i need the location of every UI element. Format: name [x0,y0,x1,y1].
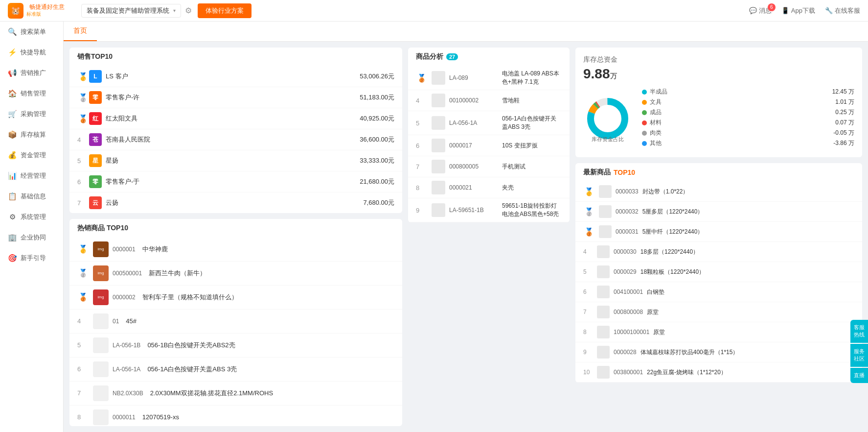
sales-rank-title: 商品分析 27 [408,48,570,66]
customer-row-1: 🥇 L LS 客户 53,006.26元 [69,66,402,87]
new-product-rank-1: 🥇 [583,187,595,196]
product-row-3: 🥉 img 0000002 智利车子里（规格不知道填什么） [69,286,402,310]
product-thumb-7 [93,385,109,401]
sidebar-item-basic-info[interactable]: 📋 基础信息 [0,186,63,207]
customer-row-7: 7 云 云扬 7,680.00元 [69,192,402,213]
customer-avatar-2: 零 [89,91,102,104]
product-thumb-1: img [93,241,109,257]
new-product-row-3: 🥉 0000031 5厘中纤（1220*2440） [575,222,862,242]
legend-item-4: 材料 0.07 万 [642,119,854,127]
legend-item-1: 半成品 12.45 万 [642,88,854,96]
customer-amount-4: 36,600.00元 [360,135,394,144]
new-product-row-2: 🥈 0000032 5厘多层（1220*2440） [575,202,862,222]
new-product-name-1: 封边带（1.0*22） [642,188,689,196]
sidebar-item-label: 经营管理 [21,171,46,180]
sidebar-item-marketing[interactable]: 📢 营销推广 [0,63,63,83]
sales-rank-row-4: 4 001000002 雪地鞋 [408,90,570,111]
sales-rank-badge: 27 [446,53,458,60]
hot-products-panel: 热销商品 TOP10 🥇 img 0000001 中华神鹿 🥈 img 0005… [69,219,402,426]
rank-medal-1: 🥇 [77,72,89,81]
float-btn-live[interactable]: 直播 [850,368,868,383]
product-name-6: 056-1A白色按键开关盖ABS 3壳 [147,365,237,374]
sales-rank-num-6: 6 [416,142,428,149]
sidebar-item-sales[interactable]: 🏠 销售管理 [0,83,63,104]
new-product-thumb-9 [597,346,610,359]
sidebar-item-system[interactable]: ⚙ 系统管理 [0,207,63,227]
sales-rank-thumb-4 [432,94,445,107]
app-download-button[interactable]: 📱 App下载 [781,6,815,15]
sidebar-item-enterprise[interactable]: 🏢 企业协同 [0,227,63,248]
product-thumb-4 [93,313,109,329]
product-row-5: 5 LA-056-1B 056-1B白色按键开关壳ABS2壳 [69,334,402,358]
sidebar-item-purchase[interactable]: 🛒 采购管理 [0,104,63,124]
customer-row-5: 5 星 星扬 33,333.00元 [69,150,402,171]
legend-item-2: 文具 1.01 万 [642,98,854,106]
new-product-thumb-10 [597,366,610,379]
product-row-7: 7 NB2.0X30B 2.0X30MM双搓花轴.搓花直径2.1MM/ROHS [69,382,402,406]
float-buttons: 客服热线 服务社区 直播 [850,320,868,383]
sidebar-item-label: 资金管理 [21,151,46,160]
finance-icon: 💰 [8,151,17,160]
float-btn-service[interactable]: 客服热线 [850,320,868,343]
new-product-thumb-6 [597,286,610,298]
new-product-code-3: 0000031 [616,228,639,235]
product-row-4: 4 01 45# [69,310,402,334]
product-row-8: 8 0000011 12070519-xs [69,406,402,426]
new-product-row-7: 7 000800008 原堂 [575,302,862,322]
customer-amount-6: 21,680.00元 [360,177,394,186]
new-product-name-6: 白钢垫 [647,288,664,296]
customer-avatar-6: 零 [89,175,102,188]
legend-value-1: 12.45 万 [832,88,854,96]
message-icon: 💬 [749,7,757,14]
customer-row-4: 4 苍 苍南县人民医院 36,600.00元 [69,129,402,150]
new-product-row-8: 8 10000100001 原堂 [575,322,862,342]
product-code-2: 000500001 [113,270,142,277]
inventory-panel: 库存总资金 9.88万 [575,48,862,157]
new-product-code-10: 003800001 [614,369,643,376]
new-product-rank-6: 6 [583,288,593,295]
new-product-name-5: 18颗粒板（1220*2440） [640,268,705,276]
search-icon: 🔍 [8,27,17,36]
legend-value-5: -0.05 万 [833,129,854,137]
new-product-name-2: 5厘多层（1220*2440） [642,208,704,216]
system-name: 装备及固定资产辅助管理系统 [87,6,169,15]
sidebar-item-label: 销售管理 [21,89,46,98]
settings-icon[interactable]: ⚙ [185,6,192,15]
logo-icon: 🐹 [8,3,23,19]
message-button[interactable]: 💬 消息 6 [749,6,772,15]
sales-rank-code-3: LA-089 [449,74,498,81]
trial-button[interactable]: 体验行业方案 [198,3,251,18]
legend-value-2: 1.01 万 [835,98,854,106]
new-product-rank-7: 7 [583,309,593,315]
phone-icon: 📱 [781,7,789,14]
legend-value-6: -3.86 万 [833,139,854,147]
service-icon: 🔧 [825,7,833,14]
float-btn-community[interactable]: 服务社区 [850,344,868,367]
message-badge: 6 [768,3,776,11]
online-service-button[interactable]: 🔧 在线客服 [825,6,860,15]
sidebar-item-operations[interactable]: 📊 经营管理 [0,166,63,186]
hot-products-label: 热销商品 TOP10 [77,224,128,233]
tab-home[interactable]: 首页 [64,22,97,41]
sales-rank-row-9: 9 LA-59651-1B 59651-1B旋转投影灯电池盒ABS黑色+58壳 [408,198,570,222]
basic-info-icon: 📋 [8,192,17,201]
sidebar-item-finance[interactable]: 💰 资金管理 [0,145,63,166]
new-product-code-2: 0000032 [616,208,639,215]
sidebar-item-quick-nav[interactable]: ⚡ 快捷导航 [0,42,63,63]
new-product-row-4: 4 0000030 18多层（1220*2440） [575,242,862,262]
sales-rank-thumb-9 [432,203,445,217]
sidebar-item-inventory[interactable]: 📦 库存核算 [0,124,63,145]
new-product-code-5: 0000029 [614,268,637,275]
system-selector[interactable]: 装备及固定资产辅助管理系统 ▾ [81,4,181,18]
sidebar-item-guide[interactable]: 🎯 新手引导 [0,248,63,268]
product-row-2: 🥈 img 000500001 新西兰牛肉（新牛） [69,262,402,286]
customer-avatar-5: 星 [89,154,102,167]
sales-rank-code-4: 001000002 [449,97,498,104]
legend-name-5: 肉类 [650,129,662,137]
sidebar-item-search[interactable]: 🔍 搜索菜单 [0,22,63,42]
product-name-7: 2.0X30MM双搓花轴.搓花直径2.1MM/ROHS [150,389,273,398]
customer-row-3: 🥉 红 红太阳文具 40,925.00元 [69,108,402,129]
product-code-4: 01 [113,318,119,325]
sidebar-item-label: 企业协同 [21,233,46,242]
sales-rank-name-8: 夹壳 [502,184,562,192]
